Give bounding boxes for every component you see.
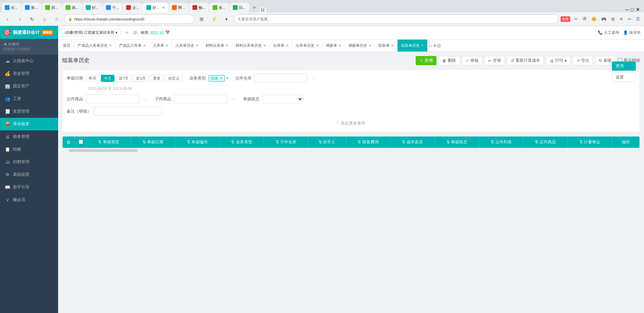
tab-t1[interactable]: 在... [1, 3, 21, 12]
url-box[interactable]: 🔒 https://cloud.chanjet.com/accounting/u… [64, 14, 194, 24]
table-settings-th[interactable]: ⚙ [63, 137, 75, 148]
tab-close-icon[interactable]: ✕ [316, 44, 319, 47]
tab-close-icon[interactable]: ✕ [391, 44, 394, 47]
yesterday-btn[interactable]: 昨天 [86, 75, 99, 82]
sidebar-item-inventory[interactable]: 📦 库存核算 [0, 118, 58, 130]
nav-tab-material-outbound-history[interactable]: 材料出库单历史 ✕ [232, 40, 270, 52]
week-btn[interactable]: 近7天 [116, 75, 132, 82]
nav-tab-transfer[interactable]: 调拨单 ✕ [322, 40, 345, 52]
print-button[interactable]: 🖨 打印 ▾ [546, 56, 571, 65]
col-unit[interactable]: ⇅ 计量单位 [568, 137, 612, 148]
tab-t11[interactable]: 各... [209, 3, 229, 12]
abandon-button[interactable]: ↩ 弃审 [484, 56, 505, 65]
tab-add-button[interactable]: ＋ [250, 3, 259, 12]
tab-t8[interactable]: 好... ✕ [143, 3, 168, 12]
bill-status-select[interactable] [262, 95, 303, 103]
recalculate-button[interactable]: ↺ 重新计算成本 [507, 56, 544, 65]
delete-button[interactable]: 🗑 删除 [439, 56, 460, 65]
search-button[interactable]: 查询 [612, 61, 636, 71]
tab-close-icon[interactable]: ✕ [162, 6, 165, 10]
col-number[interactable]: ⇅ 单据编号 [175, 137, 219, 148]
qr-button[interactable]: ⊞ [197, 14, 206, 24]
tab-close-icon[interactable]: ✕ [286, 44, 289, 47]
nav-tab-assembly[interactable]: 组装单 ✕ [375, 40, 398, 52]
customer-service-button[interactable]: 📞 人工咨询 [598, 30, 619, 35]
col-disassemble-fee[interactable]: ⇅ 拆装费用 [346, 137, 390, 148]
user-profile-button[interactable]: 👤 徐泽华 [623, 30, 641, 35]
horizontal-scrollbar[interactable] [62, 148, 640, 152]
tab-close-icon[interactable]: ✕ [368, 44, 371, 47]
child-goods-ellipsis[interactable]: ··· [230, 97, 236, 101]
export-button[interactable]: ↗ 导出 [573, 56, 593, 65]
col-type[interactable]: ⇅ 单据类型 [86, 137, 131, 148]
col-child-warehouse[interactable]: ⇅ 子件仓库 [264, 137, 308, 148]
col-biz-type[interactable]: ⇅ 业务类型 [219, 137, 264, 148]
nav-tab-material-outbound[interactable]: 材料出库单 ✕ [202, 40, 232, 52]
tab-close-icon[interactable]: ✕ [421, 44, 424, 47]
bookmark-button[interactable]: ☆ [52, 14, 62, 24]
sidebar-bookmark[interactable]: ★ 收藏夹 快捷键打开收藏夹 [0, 39, 58, 54]
biz-type-dropdown-icon[interactable]: ▾ [226, 76, 228, 81]
nav-tab-transfer-history[interactable]: 调拨单历史 ✕ [345, 40, 375, 52]
nav-close-all[interactable]: ✕ [433, 43, 437, 48]
table-settings-icon[interactable]: ⚙ [66, 140, 71, 145]
parent-warehouse-ellipsis[interactable]: ··· [310, 76, 317, 81]
sidebar-item-payroll[interactable]: 👥 工资 [0, 93, 58, 105]
sidebar-item-invoice[interactable]: 🧾 发票管理 [0, 105, 58, 118]
calendar-icon[interactable]: 📅 [165, 30, 170, 35]
nav-tab-inbound-history[interactable]: 入库单历史 ✕ [172, 40, 202, 52]
sidebar-item-archive[interactable]: 🗂 归档管理 [0, 156, 58, 168]
dropdown-button[interactable]: ▾ [222, 14, 231, 24]
today-btn[interactable]: 今天 [101, 75, 115, 82]
add-company-icon[interactable]: ＋ [124, 29, 130, 36]
col-parent-goods[interactable]: ⇅ 父件商品 [523, 137, 568, 148]
col-bill-status[interactable]: ⇅ 单据状态 [435, 137, 479, 148]
company-select[interactable]: (勿删!禁用) 江西服宝测试专用 ▾ [62, 29, 121, 36]
review-button[interactable]: ✓ 审核 [462, 56, 482, 65]
forward-button[interactable]: › [15, 14, 25, 24]
translate-icon[interactable]: 译 [581, 15, 588, 23]
nav-tab-assembly-history[interactable]: 组装单历史 ✕ [398, 40, 428, 52]
month-btn[interactable]: 近1月 [133, 75, 149, 82]
nav-tab-home[interactable]: 首页 [59, 40, 74, 52]
tab-t4[interactable]: 易... [62, 3, 82, 12]
parent-goods-input[interactable] [86, 95, 139, 103]
close-button[interactable]: ✕ [636, 7, 640, 12]
tab-t3[interactable]: 易... [42, 3, 62, 12]
tab-close-icon[interactable]: ✕ [263, 44, 266, 47]
nav-tab-inbound[interactable]: 入库单 ✕ [149, 40, 172, 52]
sidebar-item-checkout[interactable]: 📋 结账 [0, 143, 58, 156]
tab-t5[interactable]: 好... [82, 3, 102, 12]
remark-input[interactable] [94, 107, 162, 116]
lightning-button[interactable]: ⚡ [209, 14, 219, 24]
new-button[interactable]: ＋ 新增 [416, 56, 437, 65]
nav-tab-outbound-history[interactable]: 出库单历史 ✕ [292, 40, 322, 52]
minimize-button[interactable]: ─ [626, 7, 629, 12]
parent-warehouse-input[interactable] [254, 74, 308, 83]
biz-type-tag-close[interactable]: ✕ [220, 76, 223, 80]
refresh-button[interactable]: ↻ [27, 14, 37, 24]
maximize-button[interactable]: □ [631, 7, 634, 12]
nav-tab-outbound[interactable]: 出库单 ✕ [270, 40, 292, 52]
tab-close-icon[interactable]: ✕ [338, 44, 341, 47]
col-parent-list[interactable]: ⇅ 父件列表 [479, 137, 523, 148]
tab-t10[interactable]: 畅... [189, 3, 209, 12]
sidebar-item-vip[interactable]: V 畅会员 [0, 194, 58, 206]
settings-gear-icon[interactable]: ⚙ [133, 30, 137, 35]
scissors-icon[interactable]: ✂ [573, 16, 579, 22]
grid-icon[interactable]: ⊞ [610, 16, 616, 22]
menu-icon[interactable]: ☰ [635, 16, 641, 22]
sidebar-item-fund[interactable]: 💰 资金管理 [0, 67, 58, 80]
custom-btn[interactable]: 自定义 [165, 75, 183, 82]
sidebar-item-fixed-assets[interactable]: 🏢 固定资产 [0, 80, 58, 93]
nav-tab-prod-inbound-history[interactable]: 产成品入库单历史 ✕ [74, 40, 116, 52]
tab-t12[interactable]: 目... [229, 3, 249, 12]
nav-tab-prod-inbound[interactable]: 产成品入库单 ✕ [116, 40, 149, 52]
undo-icon[interactable]: ↩ [627, 16, 633, 22]
more-btn[interactable]: 更多 [150, 75, 164, 82]
home-button[interactable]: ⌂ [40, 14, 49, 24]
tab-close-icon[interactable]: ✕ [143, 44, 146, 47]
col-date[interactable]: ⇅ 单据日期 [131, 137, 175, 148]
nav-left-arrow[interactable]: ‹ [429, 43, 430, 48]
sidebar-item-tax[interactable]: 🖨 税务管理 [0, 130, 58, 143]
